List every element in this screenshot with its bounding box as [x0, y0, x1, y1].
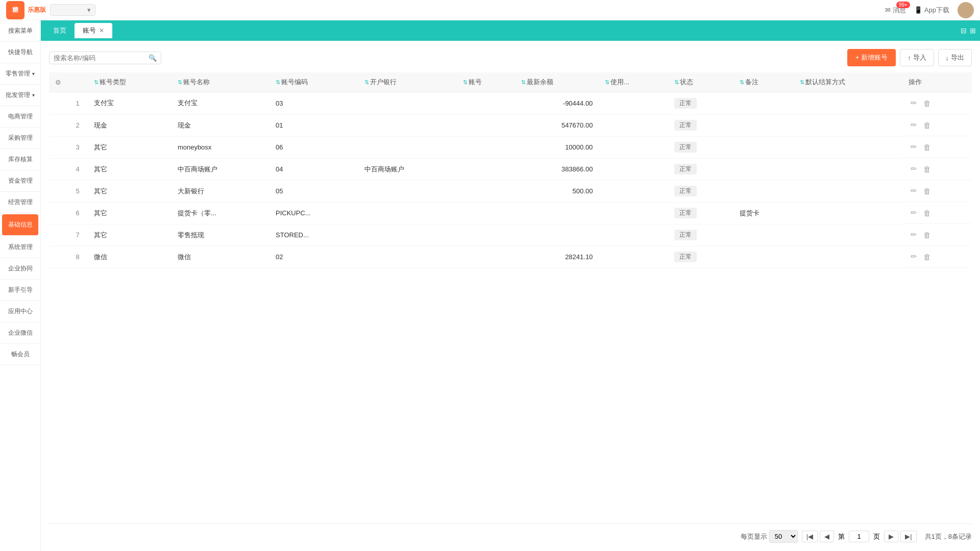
row-remark — [733, 180, 794, 202]
row-usage — [599, 246, 668, 268]
row-type: 其它 — [88, 158, 172, 180]
tab-expand-area: ⊟ ⊞ — [961, 27, 976, 35]
sidebar-item-ecommerce-mgmt[interactable]: 电商管理 — [0, 106, 40, 128]
edit-button[interactable]: ✏ — [909, 229, 919, 240]
corp-agreement-label: 企业协同 — [2, 264, 38, 273]
col-remark[interactable]: ⇅备注 — [733, 72, 794, 92]
delete-button[interactable]: 🗑 — [921, 185, 933, 196]
page-first-button[interactable]: |◀ — [802, 531, 818, 542]
col-account[interactable]: ⇅账号 — [457, 72, 516, 92]
store-select[interactable]: ▾ — [50, 4, 95, 16]
sidebar-item-corp-agreement[interactable]: 企业协同 — [0, 258, 40, 280]
edit-button[interactable]: ✏ — [909, 185, 919, 196]
row-remark — [733, 158, 794, 180]
delete-button[interactable]: 🗑 — [921, 207, 933, 218]
tab-bar: 首页 账号 ✕ ⊟ ⊞ — [41, 20, 980, 41]
page-input[interactable] — [849, 531, 869, 542]
col-index — [67, 72, 88, 92]
row-remark — [733, 136, 794, 158]
sidebar-item-capital-mgmt[interactable]: 资金管理 — [0, 170, 40, 192]
sidebar: 搜索菜单 快捷导航 零售管理 ▾ 批发管理 ▾ 电商管理 采购管理 库存核算 资… — [0, 20, 41, 551]
col-settings[interactable]: ⚙ — [49, 72, 67, 92]
col-code[interactable]: ⇅账号编码 — [270, 72, 358, 92]
row-action: ✏ 🗑 — [902, 224, 972, 246]
row-account — [457, 180, 516, 202]
sidebar-item-search-menu[interactable]: 搜索菜单 — [0, 20, 40, 42]
expand-icon[interactable]: ⊞ — [970, 27, 976, 35]
table-row: 4 其它 中百商场账户 04 中百商场账户 383866.00 正常 ✏ 🗑 — [49, 158, 972, 180]
row-code: 02 — [270, 246, 358, 268]
col-balance[interactable]: ⇅最新余额 — [515, 72, 599, 92]
sidebar-item-member[interactable]: 畅会员 — [0, 344, 40, 365]
row-remark — [733, 92, 794, 115]
delete-button[interactable]: 🗑 — [921, 251, 933, 262]
row-index: 7 — [67, 224, 88, 246]
sidebar-item-ops-mgmt[interactable]: 经营管理 — [0, 192, 40, 213]
sidebar-item-system-mgmt[interactable]: 系统管理 — [0, 237, 40, 258]
sidebar-item-wholesale-mgmt[interactable]: 批发管理 ▾ — [0, 85, 40, 106]
sidebar-item-basic-info[interactable]: 基础信息 — [2, 214, 38, 236]
row-name: 大新银行 — [172, 180, 270, 202]
status-badge: 正常 — [674, 208, 697, 218]
row-index: 1 — [67, 92, 88, 115]
table-row: 7 其它 零售抵现 STORED... 正常 ✏ 🗑 — [49, 224, 972, 246]
col-usage[interactable]: ⇅使用... — [599, 72, 668, 92]
col-status[interactable]: ⇅状态 — [668, 72, 733, 92]
edit-button[interactable]: ✏ — [909, 163, 919, 174]
row-type: 现金 — [88, 114, 172, 136]
row-name: 中百商场账户 — [172, 158, 270, 180]
search-icon[interactable]: 🔍 — [149, 54, 157, 62]
row-code: STORED... — [270, 224, 358, 246]
search-input[interactable] — [54, 54, 145, 62]
edit-button[interactable]: ✏ — [909, 251, 919, 262]
tab-account[interactable]: 账号 ✕ — [75, 23, 112, 38]
delete-button[interactable]: 🗑 — [921, 229, 933, 240]
app-download-button[interactable]: 📱 App下载 — [914, 6, 949, 15]
message-button[interactable]: ✉ 消息 99+ — [885, 6, 906, 15]
sidebar-item-inventory-check[interactable]: 库存核算 — [0, 149, 40, 170]
sidebar-item-app-center[interactable]: 应用中心 — [0, 301, 40, 322]
add-account-button[interactable]: + 新增账号 — [847, 49, 896, 66]
row-status: 正常 — [668, 202, 733, 224]
row-code: 06 — [270, 136, 358, 158]
col-default-settle[interactable]: ⇅默认结算方式 — [794, 72, 902, 92]
edit-button[interactable]: ✏ — [909, 119, 919, 131]
delete-button[interactable]: 🗑 — [921, 97, 933, 109]
edit-button[interactable]: ✏ — [909, 141, 919, 153]
col-name[interactable]: ⇅账号名称 — [172, 72, 270, 92]
search-box[interactable]: 🔍 — [49, 52, 161, 64]
edit-button[interactable]: ✏ — [909, 207, 919, 218]
tab-home[interactable]: 首页 — [45, 23, 75, 38]
sidebar-item-corp-wechat[interactable]: 企业微信 — [0, 322, 40, 344]
user-avatar[interactable] — [958, 2, 974, 18]
sidebar-item-newbie-guide[interactable]: 新手引导 — [0, 280, 40, 301]
sort-icon2: ⇅ — [178, 79, 182, 85]
sidebar-item-quick-nav[interactable]: 快捷导航 — [0, 42, 40, 63]
status-badge: 正常 — [674, 98, 697, 109]
import-button[interactable]: ↑ 导入 — [900, 49, 934, 66]
col-bank[interactable]: ⇅开户银行 — [358, 72, 456, 92]
row-action: ✏ 🗑 — [902, 136, 972, 158]
page-prev-button[interactable]: ◀ — [820, 531, 834, 542]
tab-close-icon[interactable]: ✕ — [99, 27, 104, 34]
row-settings-cell — [49, 136, 67, 158]
delete-button[interactable]: 🗑 — [921, 119, 933, 131]
export-button[interactable]: ↓ 导出 — [938, 49, 972, 66]
sort-icon3: ⇅ — [276, 79, 280, 85]
sort-icon10: ⇅ — [800, 79, 804, 85]
row-remark: 提货卡 — [733, 202, 794, 224]
page-next-button[interactable]: ▶ — [884, 531, 898, 542]
minimize-icon[interactable]: ⊟ — [961, 27, 967, 35]
sidebar-item-purchase-mgmt[interactable]: 采购管理 — [0, 128, 40, 149]
col-type[interactable]: ⇅账号类型 — [88, 72, 172, 92]
import-label: 导入 — [913, 53, 926, 62]
status-badge: 正常 — [674, 252, 697, 262]
topbar-right: ✉ 消息 99+ 📱 App下载 — [885, 2, 974, 18]
settings-icon[interactable]: ⚙ — [55, 79, 61, 86]
edit-button[interactable]: ✏ — [909, 97, 919, 109]
page-last-button[interactable]: ▶| — [900, 531, 916, 542]
page-size-dropdown[interactable]: 50 20 100 — [769, 530, 798, 543]
delete-button[interactable]: 🗑 — [921, 163, 933, 174]
sidebar-item-retail-mgmt[interactable]: 零售管理 ▾ — [0, 63, 40, 85]
delete-button[interactable]: 🗑 — [921, 141, 933, 153]
